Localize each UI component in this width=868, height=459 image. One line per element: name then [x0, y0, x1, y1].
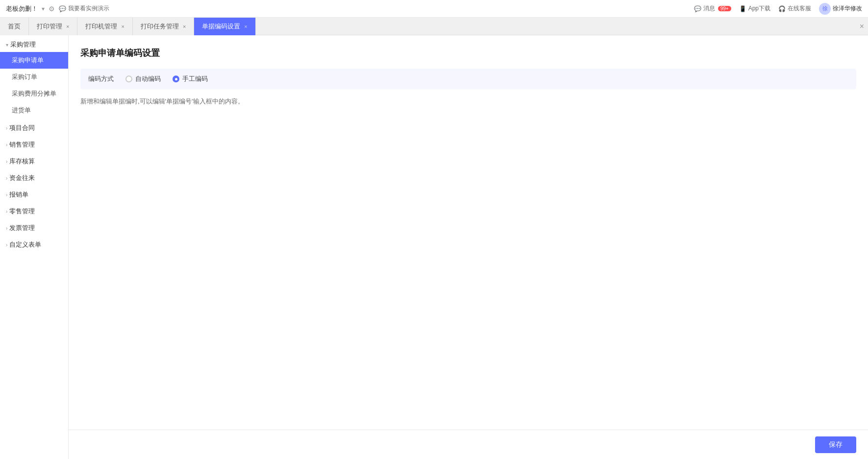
tab-home[interactable]: 首页: [0, 18, 29, 35]
top-bar-left: 老板勿删！ ▾ ⚙ 💬 我要看实例演示: [6, 4, 109, 13]
tab-print-task-label: 打印任务管理: [141, 22, 179, 31]
sidebar-group-project-label: 项目合同: [9, 124, 35, 132]
chevron-right-icon-custom: ›: [6, 242, 7, 248]
chevron-right-icon-finance: ›: [6, 176, 7, 181]
app-icon: 📱: [739, 5, 746, 12]
sidebar-item-purchase-request[interactable]: 采购申请单: [0, 52, 68, 69]
sidebar-group-custom[interactable]: › 自定义表单: [0, 235, 68, 252]
sidebar-group-retail[interactable]: › 零售管理: [0, 202, 68, 219]
hint-text: 新增和编辑单据编时,可以编辑'单据编号'输入框中的内容。: [80, 97, 856, 106]
top-bar: 老板勿删！ ▾ ⚙ 💬 我要看实例演示 💬 消息 99+ 📱 App下载 🎧 在…: [0, 0, 868, 18]
app-download-label: App下载: [748, 4, 770, 13]
sidebar-item-purchase-expense[interactable]: 采购费用分摊单: [0, 85, 68, 102]
tab-printer-mgmt-close[interactable]: ×: [121, 24, 124, 29]
chevron-right-icon-project: ›: [6, 126, 7, 131]
chevron-right-icon-retail: ›: [6, 209, 7, 214]
sidebar: ▾ 采购管理 采购申请单 采购订单 采购费用分摊单 进货单 › 项目合同 › 销…: [0, 35, 69, 459]
sidebar-group-purchase-label: 采购管理: [10, 40, 36, 49]
sidebar-group-expense-label: 报销单: [9, 190, 28, 199]
sidebar-item-incoming[interactable]: 进货单: [0, 102, 68, 119]
sidebar-group-custom-label: 自定义表单: [9, 240, 41, 249]
sidebar-group-inventory[interactable]: › 库存核算: [0, 152, 68, 169]
chevron-right-icon-invoice: ›: [6, 226, 7, 231]
tab-encoding-label: 单据编码设置: [202, 22, 240, 31]
tab-print-mgmt-label: 打印管理: [37, 22, 62, 31]
demo-icon: 💬: [59, 5, 66, 12]
online-service-label: 在线客服: [788, 4, 811, 13]
auto-code-label: 自动编码: [135, 75, 161, 83]
chevron-down-icon: ▾: [6, 42, 8, 48]
app-download-button[interactable]: 📱 App下载: [739, 4, 770, 13]
sidebar-group-purchase[interactable]: ▾ 采购管理: [0, 35, 68, 52]
main-content: 采购申请单编码设置 编码方式 自动编码 手工编码 新增和编辑单据编时,可以编辑'…: [69, 35, 868, 459]
sidebar-group-inventory-label: 库存核算: [9, 157, 35, 166]
headset-icon: 🎧: [778, 5, 786, 12]
tab-print-task-close[interactable]: ×: [183, 24, 186, 29]
gear-icon[interactable]: ⚙: [49, 5, 55, 13]
sidebar-group-finance[interactable]: › 资金往来: [0, 169, 68, 185]
encoding-method-row: 编码方式 自动编码 手工编码: [80, 69, 856, 89]
tab-encoding-close[interactable]: ×: [244, 24, 247, 29]
tab-print-mgmt[interactable]: 打印管理 ×: [29, 18, 77, 35]
tab-printer-mgmt-label: 打印机管理: [85, 22, 117, 31]
message-label: 消息: [703, 4, 715, 13]
tab-print-mgmt-close[interactable]: ×: [66, 24, 69, 29]
tab-bar: 首页 打印管理 × 打印机管理 × 打印任务管理 × 单据编码设置 × ×: [0, 18, 868, 35]
message-button[interactable]: 💬 消息 99+: [694, 4, 731, 13]
manual-code-label: 手工编码: [182, 75, 208, 83]
tab-encoding-settings[interactable]: 单据编码设置 ×: [194, 18, 255, 35]
chevron-right-icon-expense: ›: [6, 192, 7, 198]
save-button[interactable]: 保存: [815, 436, 856, 453]
sidebar-item-purchase-order[interactable]: 采购订单: [0, 69, 68, 85]
tab-print-task[interactable]: 打印任务管理 ×: [133, 18, 194, 35]
avatar: 徐: [819, 3, 831, 15]
sidebar-group-sales[interactable]: › 销售管理: [0, 135, 68, 152]
auto-code-option[interactable]: 自动编码: [125, 75, 161, 83]
dropdown-icon[interactable]: ▾: [42, 5, 45, 12]
message-icon: 💬: [694, 5, 701, 12]
online-service-button[interactable]: 🎧 在线客服: [778, 4, 811, 13]
main-inner: 采购申请单编码设置 编码方式 自动编码 手工编码 新增和编辑单据编时,可以编辑'…: [69, 35, 868, 459]
manual-code-radio[interactable]: [173, 76, 179, 82]
auto-code-radio[interactable]: [125, 76, 132, 82]
user-name: 徐泽华修改: [833, 4, 862, 13]
sidebar-group-sales-label: 销售管理: [9, 140, 35, 149]
avatar-text: 徐: [822, 5, 828, 12]
encoding-method-label: 编码方式: [88, 75, 114, 83]
top-bar-right: 💬 消息 99+ 📱 App下载 🎧 在线客服 徐 徐泽华修改: [694, 3, 862, 15]
tab-printer-mgmt[interactable]: 打印机管理 ×: [77, 18, 132, 35]
demo-link[interactable]: 💬 我要看实例演示: [59, 4, 109, 13]
tab-home-label: 首页: [8, 22, 21, 31]
sidebar-group-retail-label: 零售管理: [9, 207, 35, 216]
chevron-right-icon-inventory: ›: [6, 159, 7, 164]
message-badge: 99+: [718, 6, 731, 11]
sidebar-group-finance-label: 资金往来: [9, 174, 35, 182]
main-layout: ▾ 采购管理 采购申请单 采购订单 采购费用分摊单 进货单 › 项目合同 › 销…: [0, 35, 868, 459]
user-profile[interactable]: 徐 徐泽华修改: [819, 3, 862, 15]
sidebar-group-expense[interactable]: › 报销单: [0, 185, 68, 202]
bottom-bar: 保存: [69, 430, 868, 459]
close-all-tabs-button[interactable]: ×: [856, 20, 868, 33]
chevron-right-icon-sales: ›: [6, 142, 7, 148]
sidebar-group-project[interactable]: › 项目合同: [0, 119, 68, 135]
sidebar-group-invoice[interactable]: › 发票管理: [0, 219, 68, 235]
sidebar-group-invoice-label: 发票管理: [9, 224, 35, 232]
brand-text: 老板勿删！: [6, 4, 38, 13]
page-title: 采购申请单编码设置: [80, 47, 856, 59]
demo-text: 我要看实例演示: [68, 4, 109, 13]
manual-code-option[interactable]: 手工编码: [173, 75, 208, 83]
